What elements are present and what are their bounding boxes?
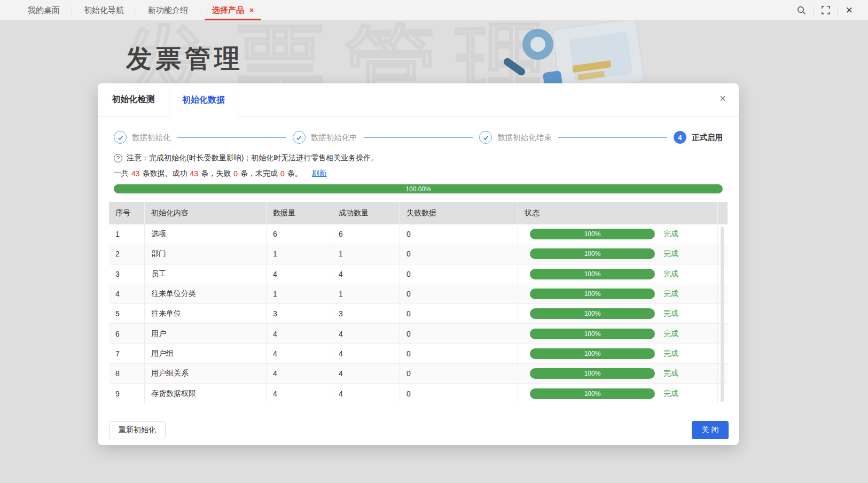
col-header-status: 状态 xyxy=(518,202,718,224)
cell-content: 员工 xyxy=(145,264,267,284)
dialog-body: 数据初始化 数据初始化中 数据初始化结束 xyxy=(98,129,739,403)
stats-text: 条。 xyxy=(287,169,302,178)
table-row: 9 存货数据权限 4 4 0 100% 完成 xyxy=(109,384,728,403)
cell-status: 100% 完成 xyxy=(518,384,718,403)
cell-failed: 0 xyxy=(400,284,518,303)
step-label: 数据初始化 xyxy=(132,133,171,143)
close-icon[interactable]: ✕ xyxy=(838,5,861,16)
step-label: 数据初始化结束 xyxy=(497,133,552,143)
row-progress-pill: 100% xyxy=(530,308,655,319)
cell-no: 3 xyxy=(109,264,145,284)
notice-text: 注意：完成初始化(时长受数量影响)；初始化时无法进行零售相关业务操作。 xyxy=(127,153,378,163)
dialog-close-icon[interactable]: × xyxy=(720,93,726,104)
step-connector xyxy=(177,137,286,138)
tab-my-desktop[interactable]: 我的桌面 xyxy=(16,0,72,20)
cell-content: 存货数据权限 xyxy=(145,384,267,403)
row-status-text: 完成 xyxy=(663,309,678,318)
cell-content: 选项 xyxy=(145,224,267,244)
cell-count: 4 xyxy=(267,264,332,284)
init-table: 序号 初始化内容 数据量 成功数量 失败数据 状态 1 选项 6 6 0 100… xyxy=(109,202,728,403)
reinitialize-button[interactable]: 重新初始化 xyxy=(109,421,166,439)
cell-status: 100% 完成 xyxy=(518,324,718,343)
table-row: 4 往来单位分类 1 1 0 100% 完成 xyxy=(109,284,728,304)
search-icon[interactable] xyxy=(789,6,814,15)
row-status-text: 完成 xyxy=(663,369,678,378)
stats-unfinished: 0 xyxy=(280,169,285,178)
row-status-text: 完成 xyxy=(663,229,678,239)
step-label: 正式启用 xyxy=(692,133,723,143)
step-connector xyxy=(364,137,473,138)
row-progress-pill: 100% xyxy=(530,329,655,339)
page-background: 发票管理 发票管理 发票管理 × 初始化检测 初始化数据 数据初始化 xyxy=(0,20,868,483)
tab-label: 初始化导航 xyxy=(84,5,124,15)
cell-status: 100% 完成 xyxy=(518,284,718,303)
table-row: 3 员工 4 4 0 100% 完成 xyxy=(109,264,728,284)
cell-no: 6 xyxy=(109,324,145,343)
tab-init-nav[interactable]: 初始化导航 xyxy=(72,0,136,20)
tab-label: 新功能介绍 xyxy=(148,5,188,15)
init-data-dialog: × 初始化检测 初始化数据 数据初始化 数据初始化中 xyxy=(98,83,739,445)
close-dialog-button[interactable]: 关 闭 xyxy=(692,421,729,439)
tab-select-product[interactable]: 选择产品 × xyxy=(200,0,265,20)
table-row: 7 用户组 4 4 0 100% 完成 xyxy=(109,344,728,364)
cell-failed: 0 xyxy=(400,304,518,323)
cell-success: 3 xyxy=(332,304,400,323)
row-progress-pill: 100% xyxy=(530,269,655,279)
dialog-tabs: 初始化检测 初始化数据 xyxy=(98,83,739,116)
table-scrollbar[interactable] xyxy=(721,227,724,402)
row-status-text: 完成 xyxy=(663,349,678,359)
cell-success: 1 xyxy=(332,284,400,303)
tab-init-check[interactable]: 初始化检测 xyxy=(98,83,169,116)
cell-no: 1 xyxy=(109,224,145,244)
topbar-actions: ✕ xyxy=(789,0,861,20)
cell-count: 4 xyxy=(267,384,332,403)
cell-status: 100% 完成 xyxy=(518,264,718,284)
tab-label: 我的桌面 xyxy=(28,5,60,15)
cell-no: 4 xyxy=(109,284,145,303)
step-4: 4 正式启用 xyxy=(674,131,723,144)
cell-no: 5 xyxy=(109,304,145,323)
stats-success: 43 xyxy=(190,169,199,178)
col-header-no: 序号 xyxy=(109,202,145,224)
cell-no: 8 xyxy=(109,364,145,383)
cell-success: 4 xyxy=(332,324,400,343)
table-row: 5 往来单位 3 3 0 100% 完成 xyxy=(109,304,728,324)
tab-new-features[interactable]: 新功能介绍 xyxy=(136,0,200,20)
row-status-text: 完成 xyxy=(663,269,678,279)
cell-status: 100% 完成 xyxy=(518,244,718,263)
check-circle-icon xyxy=(479,131,492,144)
row-progress-pill: 100% xyxy=(530,368,655,379)
row-status-text: 完成 xyxy=(663,289,678,299)
check-circle-icon xyxy=(293,131,306,144)
cell-count: 1 xyxy=(267,244,332,263)
row-progress-pill: 100% xyxy=(530,388,655,399)
stats-text: 条，失败 xyxy=(201,169,231,178)
col-header-count: 数据量 xyxy=(267,202,332,224)
cell-failed: 0 xyxy=(400,324,518,343)
stats-text: 条，未完成 xyxy=(240,169,278,178)
cell-failed: 0 xyxy=(400,224,518,244)
help-icon: ? xyxy=(114,154,122,162)
refresh-link[interactable]: 刷新 xyxy=(312,169,327,178)
row-status-text: 完成 xyxy=(663,249,678,259)
tab-init-data[interactable]: 初始化数据 xyxy=(169,83,238,117)
cell-status: 100% 完成 xyxy=(518,344,718,363)
table-row: 6 用户 4 4 0 100% 完成 xyxy=(109,324,728,344)
table-header: 序号 初始化内容 数据量 成功数量 失败数据 状态 xyxy=(109,202,728,224)
cell-success: 6 xyxy=(332,224,400,244)
col-header-success: 成功数量 xyxy=(332,202,400,224)
tab-close-icon[interactable]: × xyxy=(249,6,254,14)
cell-success: 4 xyxy=(332,264,400,284)
cell-success: 4 xyxy=(332,364,400,383)
active-tab-underline xyxy=(205,19,261,20)
stats-text: 一共 xyxy=(114,169,129,178)
table-row: 2 部门 1 1 0 100% 完成 xyxy=(109,244,728,264)
cell-count: 1 xyxy=(267,284,332,303)
cell-count: 6 xyxy=(267,224,332,244)
row-progress-pill: 100% xyxy=(530,229,655,239)
top-bar: 我的桌面 初始化导航 新功能介绍 选择产品 × ✕ xyxy=(0,0,868,20)
cell-count: 4 xyxy=(267,364,332,383)
step-2: 数据初始化中 xyxy=(293,131,357,144)
fullscreen-icon[interactable] xyxy=(814,6,838,14)
row-progress-pill: 100% xyxy=(530,248,655,259)
